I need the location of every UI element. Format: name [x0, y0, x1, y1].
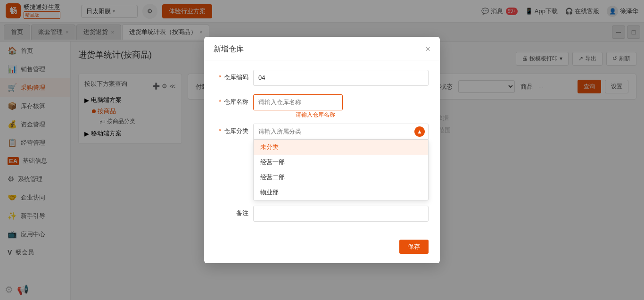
- remark-label: 备注: [215, 206, 253, 221]
- warehouse-code-row: * 仓库编码: [215, 70, 429, 86]
- modal-footer: 保存: [204, 240, 440, 254]
- save-button[interactable]: 保存: [399, 240, 429, 254]
- warehouse-name-error: 请输入仓库名称: [296, 111, 335, 119]
- warehouse-category-label: * 仓库分类: [215, 124, 253, 139]
- remark-row: 备注: [215, 206, 429, 222]
- dropdown-item-dept1[interactable]: 经营一部: [254, 155, 428, 170]
- new-warehouse-modal: 新增仓库 × * 仓库编码 * 仓库名称 请输入仓库名称 *: [204, 37, 440, 263]
- modal-close-button[interactable]: ×: [425, 44, 430, 54]
- dropdown-item-uncategorized[interactable]: 未分类: [254, 140, 428, 155]
- dropdown-item-dept3[interactable]: 物业部: [254, 185, 428, 200]
- category-input[interactable]: [253, 124, 429, 140]
- warehouse-code-input[interactable]: [253, 70, 429, 86]
- remark-input[interactable]: [253, 206, 429, 222]
- warehouse-code-label: * 仓库编码: [215, 70, 253, 85]
- warehouse-name-row: * 仓库名称 请输入仓库名称: [215, 94, 429, 110]
- category-dropdown: 未分类 经营一部 经营二部 物业部: [253, 140, 429, 200]
- modal-header: 新增仓库 ×: [204, 37, 440, 60]
- dropdown-item-dept2[interactable]: 经营二部: [254, 170, 428, 185]
- modal-title: 新增仓库: [214, 44, 244, 54]
- category-toggle-button[interactable]: ▲: [414, 126, 425, 137]
- warehouse-name-label: * 仓库名称: [215, 94, 253, 109]
- category-input-wrap: ▲ 未分类 经营一部 经营二部 物业部: [253, 124, 429, 140]
- warehouse-category-row: * 仓库分类 ▲ 未分类 经营一部 经营二部 物业部: [215, 124, 429, 140]
- warehouse-name-input[interactable]: [253, 94, 343, 110]
- modal-body: * 仓库编码 * 仓库名称 请输入仓库名称 * 仓库分类 ▲: [204, 60, 440, 240]
